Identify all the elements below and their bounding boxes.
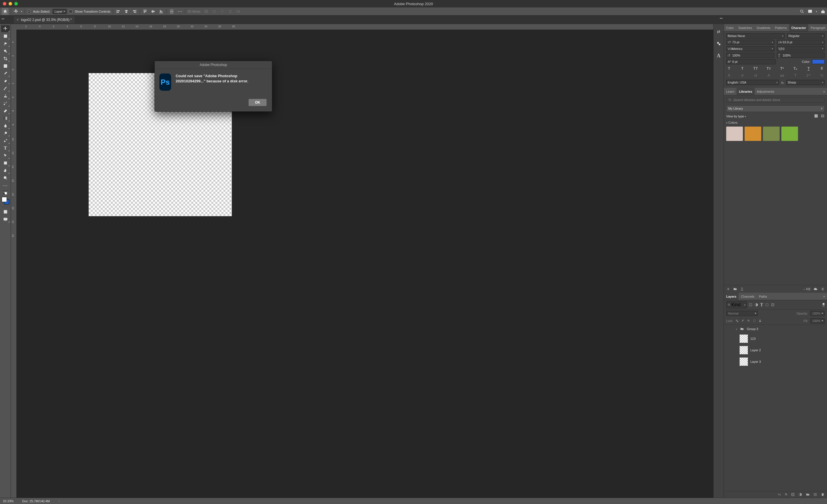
filter-shape-icon[interactable] (765, 303, 769, 307)
font-family[interactable]: Bebas Neue (726, 33, 785, 39)
marquee-tool[interactable] (1, 33, 10, 40)
kerning[interactable]: V/AMetrics (726, 46, 774, 51)
align-top-edges[interactable] (142, 9, 148, 14)
3d-orbit[interactable] (203, 9, 209, 14)
panel-tab-paragraph[interactable]: Paragraph (808, 24, 827, 31)
layer-thumbnail[interactable] (739, 334, 748, 343)
mask-icon[interactable] (791, 493, 795, 497)
type-style-btn[interactable]: T̶ (819, 65, 825, 71)
opentype-btn[interactable]: ½ (819, 72, 825, 78)
panel-tab-layers[interactable]: Layers (724, 293, 738, 300)
crop-tool[interactable] (1, 55, 10, 62)
healing-tool[interactable] (1, 78, 10, 84)
opentype-btn[interactable]: aa (779, 72, 785, 78)
tool-preset-dropdown-icon[interactable]: ▾ (21, 10, 22, 13)
3d-slide[interactable] (228, 9, 233, 14)
panel-tab-character[interactable]: Character (789, 24, 808, 31)
ok-button[interactable]: OK (248, 99, 267, 106)
opentype-btn[interactable]: st (752, 72, 759, 78)
layer-row[interactable]: Layer 2 (724, 344, 827, 356)
panel-menu-icon[interactable]: ≡ (821, 88, 827, 95)
brush-tool[interactable] (1, 85, 10, 92)
fg-color[interactable] (2, 197, 7, 202)
font-size[interactable]: тT73 pt (726, 40, 774, 45)
opentype-btn[interactable]: A (766, 72, 772, 78)
tracking[interactable]: V͟A0 (777, 46, 825, 51)
opacity-value[interactable]: 100% (810, 311, 825, 316)
glyphs-panel-icon[interactable]: A (717, 53, 721, 59)
layer-thumbnail[interactable] (739, 346, 748, 354)
align-vertical-centers[interactable] (150, 9, 156, 14)
eyedropper-tool[interactable] (1, 70, 10, 77)
path-select-tool[interactable] (1, 152, 10, 159)
layer-row[interactable]: 123 (724, 333, 827, 344)
zoom-level[interactable]: 33.33% (3, 499, 13, 503)
default-colors[interactable] (1, 192, 10, 195)
blend-mode[interactable]: Normal (726, 311, 758, 316)
type-tool[interactable]: T (1, 145, 10, 152)
collapse-left-icon[interactable]: ▸▸ (2, 17, 5, 20)
opentype-btn[interactable]: ơ (739, 72, 745, 78)
panel-tab-learn[interactable]: Learn (724, 88, 736, 95)
filter-adjustment-icon[interactable] (755, 303, 759, 307)
collapse-right-icon[interactable]: ◂◂ (720, 17, 723, 19)
ruler-corner[interactable] (11, 24, 17, 30)
window-close[interactable] (3, 2, 6, 5)
dodge-tool[interactable] (1, 130, 10, 137)
library-search[interactable]: Search libraries and Adobe Stock (726, 97, 825, 103)
vertical-scale[interactable]: ıT100% (726, 53, 774, 58)
history-brush-tool[interactable] (1, 100, 10, 107)
anti-aliasing[interactable]: Sharp (786, 80, 825, 85)
panel-tab-patterns[interactable]: Patterns (773, 24, 789, 31)
link-layers-icon[interactable] (777, 493, 781, 497)
layer-name[interactable]: Layer 2 (750, 348, 761, 352)
panel-tab-adjustments[interactable]: Adjustments (755, 88, 777, 95)
filter-type-icon[interactable]: T (760, 302, 763, 307)
library-select[interactable]: My Library▾ (726, 105, 825, 112)
layer-name[interactable]: Layer 3 (750, 360, 761, 363)
type-style-btn[interactable]: Tᴛ (766, 65, 772, 71)
delete-layer-icon[interactable] (821, 493, 825, 497)
doc-tab[interactable]: × logo02 2.psd @ 33.3% (RGB/8) * (14, 16, 75, 23)
panel-tab-gradients[interactable]: Gradients (755, 24, 773, 31)
cloud-icon[interactable] (813, 287, 818, 291)
adjustment-layer-icon[interactable] (798, 493, 802, 497)
window-minimize[interactable] (9, 2, 12, 5)
layer-row[interactable]: Layer 3 (724, 356, 827, 367)
screen-mode[interactable] (1, 216, 10, 223)
language[interactable]: English: USA (726, 80, 779, 85)
status-more-icon[interactable]: 〉 (58, 499, 61, 503)
lock-artboard-icon[interactable] (752, 319, 756, 322)
library-color-swatch[interactable] (726, 127, 743, 141)
panel-tab-color[interactable]: Color (724, 24, 736, 31)
layer-group-row[interactable]: ›Group 3 (724, 325, 827, 333)
auto-select-target[interactable]: Layer (53, 9, 67, 14)
distribute-vertical[interactable] (169, 9, 175, 14)
leading[interactable]: ‡A53.9 pt (777, 40, 825, 45)
3d-pan[interactable] (220, 9, 225, 14)
lock-position-icon[interactable] (747, 319, 750, 322)
panel-tab-channels[interactable]: Channels (738, 293, 757, 300)
3d-camera[interactable] (236, 9, 241, 14)
ruler-vertical[interactable]: 42024681012141618202224 (11, 30, 17, 498)
lock-pixels-icon[interactable] (741, 319, 744, 322)
show-transform-checkbox[interactable] (69, 10, 72, 13)
type-style-btn[interactable]: T̲ (806, 65, 812, 71)
filter-toggle[interactable] (822, 303, 825, 307)
layer-filter-kind[interactable]: Kind (726, 301, 747, 308)
zoom-tool[interactable] (1, 174, 10, 182)
type-style-btn[interactable]: T (739, 65, 745, 71)
home-button[interactable] (2, 8, 9, 15)
trash-icon[interactable] (821, 287, 825, 291)
workspace-icon[interactable] (808, 9, 812, 14)
workspace-dropdown-icon[interactable]: ▾ (816, 10, 817, 13)
layer-thumbnail[interactable] (739, 357, 748, 366)
eraser-tool[interactable] (1, 107, 10, 114)
panel-tab-paths[interactable]: Paths (757, 293, 769, 300)
type-style-btn[interactable]: T (726, 65, 732, 71)
upload-icon[interactable] (740, 287, 744, 291)
quick-select-tool[interactable] (1, 48, 10, 55)
pen-tool[interactable] (1, 137, 10, 144)
opentype-btn[interactable]: T (792, 72, 798, 78)
gradient-tool[interactable] (1, 115, 10, 122)
